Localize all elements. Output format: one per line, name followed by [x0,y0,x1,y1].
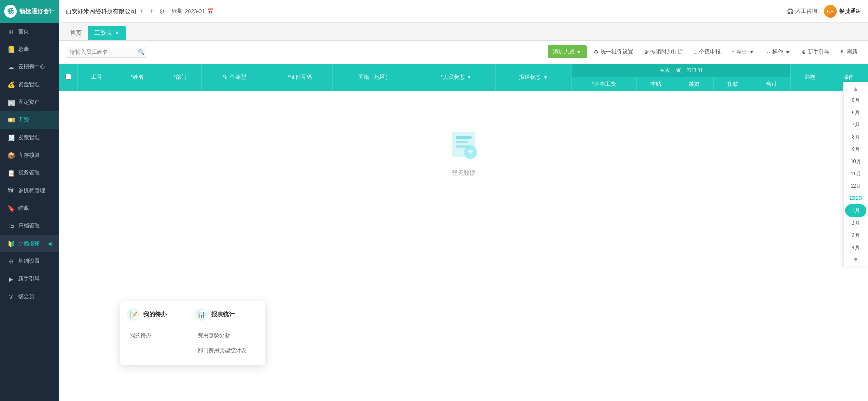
sidebar-item-new-guide[interactable]: ▶ 新手引导 [0,270,59,288]
tab-salary-close-icon[interactable]: ✕ [115,30,119,36]
th-id-type: *证件类型 [202,64,267,91]
operation-dropdown-icon: ▼ [785,49,790,55]
app-logo: 畅 畅捷通好会计 [0,0,59,23]
sidebar-item-member[interactable]: V 畅会员 [0,288,59,305]
popup-col2-title: 报表统计 [211,310,235,319]
avatar: CE [824,5,837,18]
month-10[interactable]: 10月 [844,155,868,168]
sidebar-item-tax[interactable]: 📋 税务管理 [0,164,59,182]
social-security-button[interactable]: ♻ 统一社保设置 [590,46,637,58]
sidebar-label-ledger: 总账 [18,45,29,53]
expense-trend-label: 费用趋势分析 [198,332,230,338]
popup-col2-header: 📊 报表统计 [195,308,258,324]
settlement-icon: 🔖 [7,205,15,212]
popup-col1: 📝 我的待办 我的待办 [127,308,190,358]
th-checkbox[interactable] [59,64,78,91]
select-all-checkbox[interactable] [65,74,71,80]
sidebar-item-salary[interactable]: 💴 工资 [0,111,59,129]
th-deduction: 扣款 [714,77,752,91]
refresh-icon: ↻ [840,49,845,55]
service-label: 人工咨询 [795,7,817,15]
sidebar-item-ledger[interactable]: 📒 总账 [0,40,59,58]
th-name: *姓名 [116,64,159,91]
th-report-status: 报送状态 ▼ [496,64,571,91]
sidebar-item-fixed-assets[interactable]: 🏢 固定资产 [0,93,59,111]
app-name: 畅捷通好会计 [19,7,55,15]
sidebar-item-settlement[interactable]: 🔖 结账 [0,199,59,217]
sidebar-label-home: 首页 [18,28,29,35]
search-input[interactable] [70,49,138,55]
new-guide-button[interactable]: ⊕ 新手引导 [798,46,833,58]
sidebar-item-home[interactable]: ⊞ 首页 [0,23,59,40]
sidebar-item-cloud-report[interactable]: ☁ 云报表中心 [0,58,59,76]
month-9[interactable]: 9月 [844,143,868,155]
add-company-button[interactable]: ＋ [148,6,155,16]
sidebar-item-basic-settings[interactable]: ⚙ 基础设置 [0,252,59,270]
refresh-button[interactable]: ↻ 刷新 [837,46,861,58]
month-panel: ▲ 5月 6月 7月 8月 9月 10月 11月 12月 2023 1月 2月 … [843,82,868,266]
tax-report-button[interactable]: □ 个税申报 [690,46,724,58]
th-performance: 绩效 [675,77,714,91]
sidebar-label-multi: 多机构管理 [18,187,45,194]
special-deduction-button[interactable]: ⊕ 专项附加扣除 [640,46,687,58]
month-5[interactable]: 5月 [844,94,868,106]
special-deduction-icon: ⊕ [644,49,649,55]
social-security-label: 统一社保设置 [601,48,633,56]
dept-expense-label: 部门费用类型统计表 [198,347,247,353]
period-selector[interactable]: 账期 2023-01 📅 [172,7,214,15]
sidebar-label-settle: 结账 [18,204,29,212]
th-allowance: 津贴 [637,77,675,91]
company-chevron-icon: ▼ [139,9,144,14]
month-7[interactable]: 7月 [844,119,868,131]
tab-home-label: 首页 [70,29,82,37]
month-down-button[interactable]: ▼ [851,254,861,265]
sidebar-label-xiaochang: 小畅报销 [18,240,40,247]
month-2[interactable]: 2月 [844,217,868,229]
popup-col2: 📊 报表统计 费用趋势分析 部门费用类型统计表 [195,308,258,358]
salary-table: 工号 *姓名 *部门 *证件类型 *证件号码 国籍（地区） *人员状态 ▼ 报送… [59,63,868,91]
add-person-button[interactable]: 添加人员 ▼ [548,45,587,58]
todo-icon: 📝 [127,308,140,321]
popup-item-dept-expense[interactable]: 部门费用类型统计表 [195,343,258,358]
report-icon: 📊 [195,308,208,321]
guide-icon: ▶ [7,275,15,283]
no-data-area: 暂无数据 [59,91,868,213]
operation-button[interactable]: ⋯ 操作 ▼ [761,46,794,58]
no-data-label: 暂无数据 [452,169,475,177]
sidebar-label-fund: 资金管理 [18,81,40,88]
headset-icon: 🎧 [787,8,794,14]
sidebar-item-invoice[interactable]: 🧾 发票管理 [0,129,59,146]
sidebar-item-inventory[interactable]: 📦 库存核算 [0,146,59,164]
user-area[interactable]: CE 畅捷通组 [824,5,861,18]
company-selector[interactable]: 西安虾米网络科技有限公司 ▼ [66,7,144,15]
th-dept: *部门 [159,64,202,91]
year-2023-label: 2023 [844,192,868,204]
month-11[interactable]: 11月 [844,168,868,180]
social-security-icon: ♻ [594,49,599,55]
month-1-active[interactable]: 1月 [845,204,866,217]
month-8[interactable]: 8月 [844,131,868,143]
sidebar-item-xiaochang[interactable]: 🔰 小畅报销 ◀ [0,235,59,252]
user-name: 畅捷通组 [839,7,861,15]
tax-icon2: □ [694,49,697,55]
tab-home[interactable]: 首页 [63,26,88,40]
tax-icon: 📋 [7,169,15,177]
sidebar-item-multi-org[interactable]: 🏛 多机构管理 [0,182,59,199]
tab-salary[interactable]: 工资表 ✕ [88,26,126,40]
popup-item-expense-trend[interactable]: 费用趋势分析 [195,328,258,343]
popup-item-my-todo[interactable]: 我的待办 [127,328,190,343]
month-6[interactable]: 6月 [844,106,868,119]
month-3[interactable]: 3月 [844,229,868,242]
month-4[interactable]: 4月 [844,242,868,254]
settings-gear-icon[interactable]: ⚙ [159,8,165,15]
toolbar: 🔍 添加人员 ▼ ♻ 统一社保设置 ⊕ 专项附加扣除 □ 个税申报 ↑ 导出 [59,41,868,63]
service-button[interactable]: 🎧 人工咨询 [787,7,817,15]
th-staff-status: *人员状态 ▼ [416,64,496,91]
sidebar-label-guide: 新手引导 [18,275,40,283]
sidebar-item-fund[interactable]: 💰 资金管理 [0,76,59,93]
popup-item-my-todo-label: 我的待办 [130,332,151,338]
export-button[interactable]: ↑ 导出 ▼ [728,46,758,58]
month-up-button[interactable]: ▲ [851,83,861,94]
sidebar-item-archive[interactable]: 🗂 归档管理 [0,217,59,235]
month-12[interactable]: 12月 [844,180,868,192]
